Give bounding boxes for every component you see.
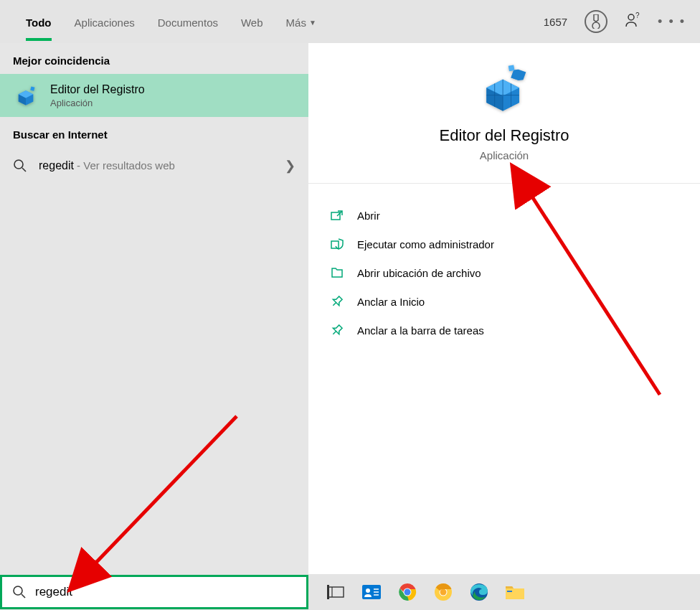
- tab-documents[interactable]: Documentos: [146, 4, 230, 39]
- search-input[interactable]: [35, 585, 296, 599]
- web-search-header: Buscar en Internet: [0, 117, 308, 148]
- chrome-canary-icon[interactable]: [433, 582, 453, 602]
- web-search-suffix: - Ver resultados web: [74, 159, 175, 172]
- file-explorer-icon[interactable]: [505, 582, 525, 602]
- folder-icon: [330, 266, 344, 280]
- result-text-wrap: Editor del Registro Aplicación: [50, 83, 295, 108]
- best-match-result[interactable]: Editor del Registro Aplicación: [0, 74, 308, 117]
- result-subtitle: Aplicación: [50, 98, 295, 108]
- results-panel: Mejor coincidencia Editor del Registro A…: [0, 43, 308, 574]
- tab-web[interactable]: Web: [230, 4, 275, 39]
- svg-rect-10: [509, 65, 515, 71]
- actions-list: Abrir Ejecutar como administrador Abrir …: [308, 184, 700, 362]
- pin-icon: [330, 323, 344, 337]
- action-open-location-label: Abrir ubicación de archivo: [357, 267, 481, 279]
- contact-card-icon[interactable]: [361, 582, 382, 602]
- registry-editor-icon: [13, 83, 39, 108]
- taskbar: [0, 574, 700, 610]
- search-icon: [12, 585, 27, 599]
- best-match-header: Mejor coincidencia: [0, 43, 308, 74]
- svg-line-14: [22, 594, 25, 598]
- chevron-right-icon: ❯: [285, 158, 295, 174]
- tab-apps[interactable]: Aplicaciones: [63, 4, 146, 39]
- svg-rect-30: [507, 591, 512, 592]
- taskbar-apps: [308, 582, 525, 602]
- action-pin-taskbar[interactable]: Anclar a la barra de tareas: [330, 316, 678, 344]
- task-view-icon[interactable]: [326, 582, 346, 602]
- svg-line-4: [22, 168, 26, 172]
- action-pin-start[interactable]: Anclar a Inicio: [330, 287, 678, 316]
- svg-rect-2: [30, 87, 34, 91]
- svg-point-25: [405, 589, 411, 596]
- web-search-result[interactable]: regedit - Ver resultados web ❯: [0, 148, 308, 184]
- rewards-medal-icon[interactable]: [585, 10, 607, 33]
- svg-point-3: [14, 160, 23, 169]
- web-search-text: regedit - Ver resultados web: [39, 159, 175, 172]
- svg-rect-15: [328, 587, 344, 597]
- action-pin-start-label: Anclar a Inicio: [357, 296, 425, 308]
- pin-icon: [330, 294, 344, 309]
- svg-rect-11: [331, 212, 340, 220]
- edge-icon[interactable]: [469, 582, 489, 602]
- action-pin-taskbar-label: Anclar a la barra de tareas: [357, 324, 484, 337]
- account-icon[interactable]: ?: [625, 12, 640, 32]
- action-run-admin[interactable]: Ejecutar como administrador: [330, 230, 678, 258]
- tabs-right-group: 1657 ? • • •: [544, 10, 686, 33]
- svg-point-19: [366, 588, 370, 593]
- filter-tabs: Todo Aplicaciones Documentos Web Más ▼ 1…: [0, 0, 700, 43]
- action-open-label: Abrir: [357, 210, 380, 222]
- main-area: Mejor coincidencia Editor del Registro A…: [0, 43, 700, 574]
- web-search-term: regedit: [39, 159, 74, 172]
- chrome-icon[interactable]: [397, 582, 417, 602]
- detail-title: Editor del Registro: [330, 126, 678, 145]
- svg-text:?: ?: [635, 12, 640, 19]
- detail-app-icon: [476, 65, 533, 115]
- svg-point-28: [440, 589, 447, 596]
- action-run-admin-label: Ejecutar como administrador: [357, 238, 494, 250]
- rewards-points: 1657: [544, 16, 567, 28]
- chevron-down-icon: ▼: [309, 19, 316, 27]
- tab-more-label: Más: [286, 17, 306, 29]
- detail-panel: Editor del Registro Aplicación Abrir Eje…: [308, 43, 700, 574]
- tab-more[interactable]: Más ▼: [275, 4, 328, 39]
- more-options-icon[interactable]: • • •: [658, 14, 686, 29]
- detail-header: Editor del Registro Aplicación: [308, 65, 700, 184]
- tab-all[interactable]: Todo: [14, 4, 63, 39]
- open-icon: [330, 208, 344, 222]
- search-icon: [13, 159, 27, 173]
- shield-icon: [330, 237, 344, 251]
- action-open[interactable]: Abrir: [330, 201, 678, 230]
- action-open-location[interactable]: Abrir ubicación de archivo: [330, 258, 678, 287]
- result-title: Editor del Registro: [50, 83, 295, 96]
- svg-point-0: [628, 14, 634, 20]
- svg-point-13: [14, 586, 22, 595]
- search-box[interactable]: [0, 575, 308, 609]
- svg-rect-17: [327, 585, 329, 599]
- detail-subtitle: Aplicación: [330, 149, 678, 161]
- svg-rect-12: [331, 241, 339, 248]
